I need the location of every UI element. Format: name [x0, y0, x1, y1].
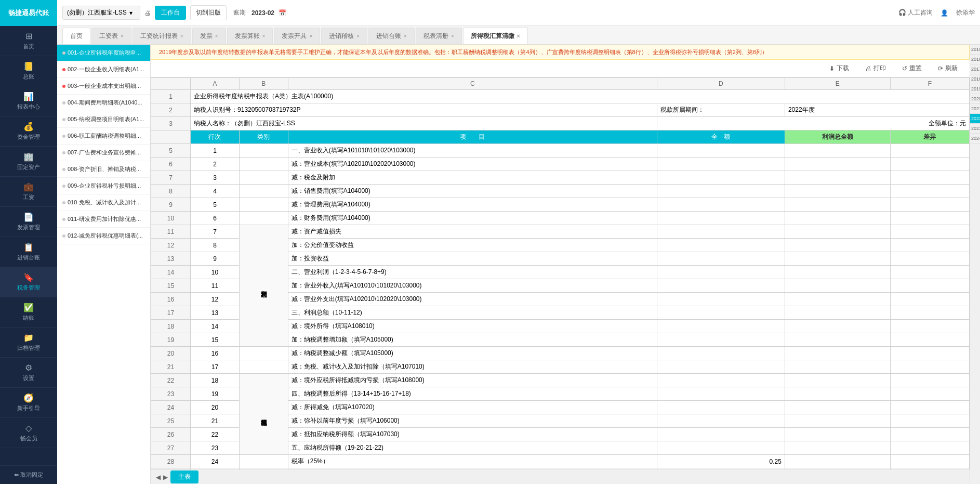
- workbench-button[interactable]: 工作台: [155, 6, 186, 20]
- line-num-12: 13: [191, 306, 240, 320]
- reset-button[interactable]: ↺ 重置: [898, 62, 926, 74]
- next-sheet-icon[interactable]: ▶: [163, 474, 168, 481]
- sidebar-item-ledger[interactable]: 📒总账: [0, 56, 57, 86]
- year-item-2022[interactable]: 2022: [970, 114, 980, 124]
- history-button[interactable]: 切到旧版: [190, 5, 227, 20]
- amount-cell-23: 0.25: [657, 455, 785, 468]
- tab-sales_account[interactable]: 进销台账×: [368, 28, 415, 44]
- row-num-data-8: 13: [151, 252, 191, 266]
- list-item-005[interactable]: 005-纳税调整项目明细表(A1...: [57, 111, 150, 128]
- line-num-5: 6: [191, 212, 240, 225]
- sidebar-item-invoice_mgr[interactable]: 📄发票管理: [0, 207, 57, 237]
- year-item-2021[interactable]: 2021: [970, 104, 980, 114]
- sidebar-item-member[interactable]: ◇畅会员: [0, 418, 57, 448]
- list-item-004[interactable]: 004-期间费用明细表(A1040...: [57, 95, 150, 111]
- tab-invoice[interactable]: 发票×: [192, 28, 226, 44]
- profit-cell-8: [785, 252, 890, 266]
- tab-income_tax[interactable]: 所得税汇算清缴×: [463, 28, 528, 44]
- year-item-2019[interactable]: 2019: [970, 45, 980, 55]
- tab-tax_clear[interactable]: 税表清册×: [416, 28, 462, 44]
- list-item-006[interactable]: 006-职工薪酬纳税调整明细...: [57, 128, 150, 145]
- year-item-2024[interactable]: 2024: [970, 134, 980, 143]
- line-num-10: 11: [191, 279, 240, 293]
- tab-label-income_tax: 所得税汇算清缴: [471, 32, 514, 41]
- list-item-007[interactable]: 007-广告费和业务宣传费摊...: [57, 145, 150, 161]
- tab-invoice_open[interactable]: 发票开具×: [274, 28, 320, 44]
- row-num-data-3: 8: [151, 185, 191, 198]
- list-item-003[interactable]: 003-一般企业成本支出明细...: [57, 78, 150, 95]
- refresh-button[interactable]: ⟳ 刷新: [934, 62, 962, 74]
- diff-cell-5: [890, 212, 969, 225]
- tab-close-invoice[interactable]: ×: [215, 33, 218, 39]
- tab-close-tax_clear[interactable]: ×: [451, 33, 454, 39]
- tab-close-payroll[interactable]: ×: [121, 33, 124, 39]
- tab-home[interactable]: 首页: [62, 28, 90, 44]
- sidebar-item-asset[interactable]: 🏢固定资产: [0, 147, 57, 177]
- company-selector[interactable]: (勿删）江西服宝-LSS ▾: [62, 6, 140, 20]
- prev-sheet-icon[interactable]: ◀: [156, 474, 161, 481]
- sidebar-item-tax[interactable]: 🔖税务管理: [0, 267, 57, 297]
- line-num-8: 9: [191, 252, 240, 266]
- tab-close-sales_account[interactable]: ×: [404, 33, 407, 39]
- year-item-2016[interactable]: 2016: [970, 55, 980, 64]
- year-item-2018[interactable]: 2018: [970, 74, 980, 84]
- tab-close-sales_verify[interactable]: ×: [356, 33, 360, 39]
- list-item-010[interactable]: 010-免税、减计收入及加计...: [57, 194, 150, 211]
- print-icon[interactable]: 🖨: [144, 9, 151, 17]
- col-header-B: B: [239, 78, 288, 90]
- content-area: 001-企业所得税年度纳税申...002-一般企业收入明细表(A1...003-…: [57, 45, 980, 484]
- user-service-button[interactable]: 🎧 人工咨询: [898, 8, 933, 17]
- tab-close-payroll_stats[interactable]: ×: [180, 33, 183, 39]
- sidebar-unpin-button[interactable]: ⬅ 取消固定: [0, 465, 57, 484]
- sidebar-item-settings[interactable]: ⚙设置: [0, 358, 57, 388]
- list-item-009[interactable]: 009-企业所得税补亏损明细...: [57, 178, 150, 194]
- amount-cell-5: [657, 212, 785, 225]
- tab-sales_verify[interactable]: 进销稽核×: [321, 28, 367, 44]
- amount-cell-3: [657, 185, 785, 198]
- sidebar-item-home[interactable]: ⊞首页: [0, 26, 57, 56]
- year-panel: 2019201620172018201920202021202220232024: [970, 45, 980, 484]
- tab-payroll[interactable]: 工资表×: [91, 28, 131, 44]
- year-item-2020[interactable]: 2020: [970, 94, 980, 104]
- sidebar-item-fund[interactable]: 💰资金管理: [0, 116, 57, 147]
- download-button[interactable]: ⬇ 下载: [825, 62, 853, 74]
- tab-close-invoice_open[interactable]: ×: [309, 33, 312, 39]
- list-item-008[interactable]: 008-资产折旧、摊销及纳税...: [57, 161, 150, 178]
- tax-period-label-cell: 税款所属期间：: [657, 103, 785, 117]
- list-label-010: 010-免税、减计收入及加计...: [68, 199, 141, 206]
- sidebar-item-sales_mgr[interactable]: 📋进销台账: [0, 237, 57, 267]
- amount-cell-14: [657, 333, 785, 347]
- sidebar-item-payroll[interactable]: 💼工资: [0, 177, 57, 207]
- year-item-2017[interactable]: 2017: [970, 64, 980, 74]
- profit-cell-9: [785, 266, 890, 279]
- row-num-data-6: 11: [151, 225, 191, 239]
- year-item-2019[interactable]: 2019: [970, 84, 980, 94]
- sidebar-item-archive[interactable]: 📁归档管理: [0, 328, 57, 358]
- amount-cell-19: [657, 401, 785, 414]
- list-item-002[interactable]: 002-一般企业收入明细表(A1...: [57, 61, 150, 78]
- sidebar-item-guide[interactable]: 🧭新手引导: [0, 388, 57, 418]
- list-label-012: 012-减免所得税优惠明细表(...: [68, 232, 143, 240]
- table-row: 2218应纳税所得额计算减：境外应税所得抵减境内亏损（填写A108000): [151, 374, 970, 387]
- tab-payroll_stats[interactable]: 工资统计报表×: [133, 28, 191, 44]
- tab-close-invoice_calc[interactable]: ×: [262, 33, 266, 39]
- sidebar-label-settings: 设置: [23, 374, 34, 382]
- list-item-011[interactable]: 011-研发费用加计扣除优惠...: [57, 211, 150, 228]
- list-item-001[interactable]: 001-企业所得税年度纳税申...: [57, 45, 150, 61]
- sidebar-icon-sales_mgr: 📋: [23, 242, 34, 252]
- tab-close-income_tax[interactable]: ×: [517, 33, 520, 39]
- tab-invoice_calc[interactable]: 发票算账×: [227, 28, 273, 44]
- sidebar-item-settle[interactable]: ✅结账: [0, 297, 57, 328]
- print-button[interactable]: 🖨 打印: [861, 62, 890, 74]
- item-cell-11: 减：营业外支出(填写A102010\102020\103000): [288, 293, 657, 306]
- year-item-2023[interactable]: 2023: [970, 124, 980, 134]
- sidebar-label-tax: 税务管理: [17, 284, 40, 292]
- sidebar-label-asset: 固定资产: [17, 163, 40, 171]
- item-cell-16: 减：免税、减计收入及加计扣除（填写A107010): [288, 360, 657, 374]
- sheet-tab-main[interactable]: 主表: [170, 470, 198, 483]
- sidebar-item-report[interactable]: 📊报表中心: [0, 86, 57, 116]
- category-empty-16: [239, 360, 288, 374]
- list-dot-003: [62, 85, 65, 88]
- list-item-012[interactable]: 012-减免所得税优惠明细表(...: [57, 228, 150, 244]
- profit-cell-15: [785, 347, 890, 360]
